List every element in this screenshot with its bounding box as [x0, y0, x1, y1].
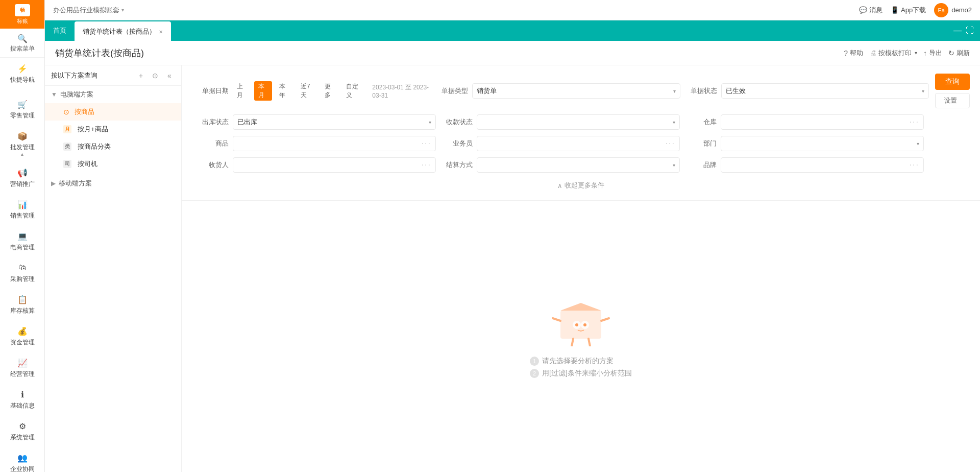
- sidebar-item-marketing[interactable]: 📢 营销推广: [0, 162, 44, 194]
- sidebar-item-label: 库存核算: [10, 306, 35, 315]
- salesperson-select[interactable]: ···: [477, 136, 680, 151]
- sidebar-item-quick-nav[interactable]: ⚡ 快捷导航: [0, 58, 44, 89]
- date-tab-more[interactable]: 更多: [321, 81, 339, 101]
- tab-close-button[interactable]: ✕: [159, 29, 163, 35]
- print-button[interactable]: 🖨 按模板打印 ▾: [869, 49, 917, 58]
- filter-area: 单据日期 上月 本月 本年 近7天 更多 自定义 2023-03-01 至 20…: [182, 65, 980, 201]
- out-status-label: 出库状态: [192, 117, 233, 127]
- date-tab-custom[interactable]: 自定义: [342, 81, 365, 101]
- receiver-dots: ···: [422, 160, 431, 170]
- sidebar-search-section[interactable]: 🔍 搜索菜单: [0, 29, 44, 58]
- collapse-button[interactable]: ∧ 收起更多条件: [557, 181, 604, 190]
- tree-group-mobile[interactable]: ▶ 移动端方案: [45, 175, 181, 192]
- action-buttons: 查询 设置: [935, 74, 970, 108]
- query-button[interactable]: 查询: [935, 74, 970, 90]
- sidebar-item-corp[interactable]: 👥 企业协同: [0, 447, 44, 472]
- receive-status-label: 收款状态: [436, 117, 477, 127]
- svg-point-4: [583, 323, 586, 326]
- sidebar-item-wholesale[interactable]: 📦 批发管理 ▲: [0, 125, 44, 162]
- tree-child-icon-category: 类: [63, 143, 71, 151]
- minimize-button[interactable]: —: [953, 26, 962, 35]
- app-selector-chevron: ▾: [121, 7, 124, 13]
- export-button[interactable]: ↑ 导出: [923, 49, 942, 58]
- ecommerce-icon: 💻: [17, 230, 28, 242]
- doc-status-chevron: ▾: [922, 88, 924, 94]
- sidebar-item-sales[interactable]: 📊 销售管理: [0, 194, 44, 225]
- tree-item-label: 按商品: [75, 107, 94, 116]
- date-tab-last-month[interactable]: 上月: [233, 81, 251, 101]
- tree-child-icon-printer: 司: [63, 160, 71, 168]
- product-select[interactable]: ···: [233, 136, 436, 151]
- brand-select[interactable]: ···: [721, 157, 924, 173]
- sidebar-item-system[interactable]: ⚙ 系统管理: [0, 415, 44, 447]
- sidebar-item-label: 零售管理: [10, 111, 35, 120]
- date-range-display: 2023-03-01 至 2023-03-31: [372, 83, 431, 99]
- app-download-button[interactable]: 📱 App下载: [891, 6, 926, 15]
- sidebar-item-retail[interactable]: 🛒 零售管理: [0, 93, 44, 125]
- empty-text: 1 请先选择要分析的方案 2 用[过滤]条件来缩小分析范围: [530, 357, 632, 378]
- tree-item-by-category[interactable]: 类 按商品分类: [45, 138, 181, 155]
- operation-icon: 📈: [17, 357, 28, 368]
- user-avatar: Ea: [934, 3, 948, 17]
- sidebar-item-operation[interactable]: 📈 经营管理: [0, 352, 44, 384]
- date-filter-label: 单据日期: [192, 86, 233, 96]
- doc-type-select[interactable]: 销货单 ▾: [472, 83, 680, 99]
- sidebar-item-label: 批发管理: [10, 143, 35, 152]
- user-initials: Ea: [938, 7, 945, 13]
- maximize-button[interactable]: ⛶: [966, 26, 974, 35]
- payment-method-select[interactable]: ▾: [477, 157, 680, 173]
- sidebar-item-label: 快捷导航: [10, 76, 35, 84]
- panel-header-label: 按以下方案查询: [51, 71, 97, 80]
- tree-item-by-month-product[interactable]: 月 按月+商品: [45, 121, 181, 138]
- date-tab-this-month[interactable]: 本月: [254, 81, 273, 101]
- brand-label: 品牌: [680, 160, 721, 170]
- message-icon: 💬: [859, 6, 867, 14]
- user-profile[interactable]: Ea demo2: [934, 3, 972, 17]
- sidebar-item-purchase[interactable]: 🛍 采购管理: [0, 257, 44, 289]
- empty-hint-2: 2 用[过滤]条件来缩小分析范围: [530, 369, 632, 378]
- brand-dots: ···: [910, 160, 919, 170]
- doc-type-value: 销货单: [477, 86, 497, 96]
- empty-illustration: [550, 295, 611, 346]
- receive-status-select[interactable]: ▾: [477, 114, 680, 130]
- export-icon: ↑: [923, 49, 927, 57]
- collapse-panel-button[interactable]: «: [164, 70, 175, 81]
- sidebar-item-basic[interactable]: ℹ 基础信息: [0, 384, 44, 415]
- tab-report[interactable]: 销货单统计表（按商品） ✕: [75, 21, 171, 42]
- tree-item-by-printer[interactable]: 司 按司机: [45, 155, 181, 173]
- settings-button[interactable]: 设置: [935, 93, 970, 108]
- date-tab-last-7-days[interactable]: 近7天: [297, 81, 317, 101]
- svg-rect-0: [560, 311, 601, 339]
- receiver-select[interactable]: ···: [233, 157, 436, 173]
- tree-group-desktop[interactable]: ▼ 电脑端方案: [45, 86, 181, 103]
- help-button[interactable]: ? 帮助: [844, 49, 863, 58]
- tree-item-by-product[interactable]: ⊙ 按商品: [45, 103, 181, 121]
- top-header: 办公用品行业模拟账套 ▾ 💬 消息 📱 App下载 Ea demo2: [45, 0, 980, 20]
- tab-home[interactable]: 首页: [45, 20, 75, 41]
- hint-number-1: 1: [530, 357, 539, 366]
- sidebar-item-label: 营销推广: [10, 180, 35, 188]
- sidebar-item-inventory[interactable]: 📋 库存核算: [0, 289, 44, 320]
- add-scheme-button[interactable]: +: [135, 70, 146, 81]
- payment-method-label: 结算方式: [436, 160, 477, 170]
- warehouse-select[interactable]: ···: [721, 114, 924, 130]
- app-download-icon: 📱: [891, 6, 899, 14]
- tab-home-label: 首页: [53, 26, 66, 35]
- sidebar-item-label: 系统管理: [10, 433, 35, 442]
- refresh-button[interactable]: ↻ 刷新: [948, 49, 970, 58]
- department-select[interactable]: ▾: [721, 136, 924, 151]
- sidebar-item-finance[interactable]: 💰 资金管理: [0, 320, 44, 352]
- date-tab-this-year[interactable]: 本年: [275, 81, 293, 101]
- settings-scheme-button[interactable]: ⊙: [150, 70, 161, 81]
- app-selector[interactable]: 办公用品行业模拟账套 ▾: [53, 6, 124, 15]
- doc-status-select[interactable]: 已生效 ▾: [721, 83, 929, 99]
- print-label: 按模板打印: [878, 49, 912, 58]
- sidebar-item-ecommerce[interactable]: 💻 电商管理: [0, 225, 44, 257]
- out-status-chevron: ▾: [429, 120, 431, 125]
- out-status-select[interactable]: 已出库 ▾: [233, 114, 436, 130]
- message-button[interactable]: 💬 消息: [859, 6, 883, 15]
- empty-hint-1: 1 请先选择要分析的方案: [530, 357, 632, 366]
- inventory-icon: 📋: [17, 294, 28, 305]
- svg-point-3: [575, 323, 578, 326]
- department-chevron: ▾: [917, 141, 919, 147]
